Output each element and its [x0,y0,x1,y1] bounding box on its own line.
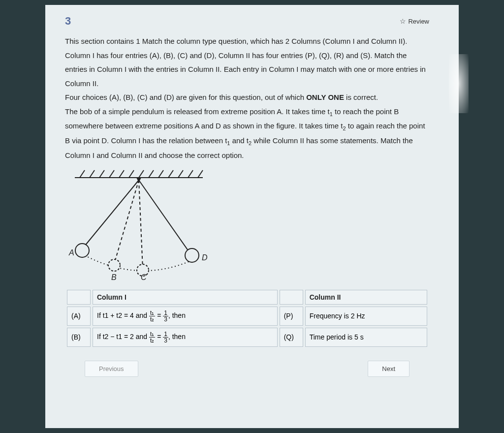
svg-line-10 [168,170,173,178]
text-fragment: If t [97,311,105,319]
table-header-row: Column I Column II [67,290,427,305]
text-fragment: and t [230,136,249,145]
text-fragment: = [155,311,163,319]
instructions-block: This section contains 1 Match the column… [65,34,429,163]
svg-line-5 [119,170,124,178]
previous-button[interactable]: Previous [85,361,138,377]
row-label-A: (A) [67,307,91,326]
svg-line-18 [139,180,143,269]
svg-text:A: A [68,248,74,257]
fraction: 13 [163,310,168,322]
svg-line-12 [188,170,193,178]
svg-line-2 [90,170,94,178]
text-fragment: = 2 and [122,333,149,340]
svg-text:B: B [111,273,117,281]
row-label-B: (B) [67,328,91,347]
svg-text:D: D [202,253,208,262]
match-table: Column I Column II (A) If t1 + t2 = 4 an… [65,288,429,349]
svg-point-22 [185,248,199,262]
svg-line-7 [139,170,144,178]
pendulum-diagram: A B C D [65,168,429,283]
svg-point-20 [108,259,120,271]
bold-text: ONLY ONE [306,93,344,101]
text-fragment: is correct. [344,93,378,101]
review-button[interactable]: ☆ Review [400,17,429,25]
text-fragment: = [155,333,163,340]
star-outline-icon: ☆ [400,17,406,25]
text-fragment: The bob of a simple pendulum is released… [65,107,330,116]
denominator: 3 [163,338,168,343]
cell-Q: Time period is 5 s [305,328,427,347]
denominator: t₂ [149,316,155,322]
text-fragment: + t [108,311,118,319]
denominator: 3 [163,316,168,322]
question-page: 3 ☆ Review This section contains 1 Match… [45,5,459,428]
fraction: t₁t₂ [149,331,155,343]
table-row: (B) If t2 − t1 = 2 and t₁t₂ = 13, then (… [67,328,427,347]
text-fragment: , then [168,333,186,340]
svg-line-11 [178,170,183,178]
question-number: 3 [65,15,71,28]
svg-line-3 [99,170,104,178]
denominator: t₂ [149,338,155,343]
subscript: 1 [118,333,122,340]
row-label-Q: (Q) [280,328,303,347]
fraction: 13 [163,331,168,343]
fraction: t₁t₂ [149,310,155,322]
text-fragment: − t [108,333,118,340]
svg-line-4 [109,170,114,178]
cell-A: If t1 + t2 = 4 and t₁t₂ = 13, then [93,307,278,326]
text-fragment: , then [168,311,186,319]
text-fragment: If t [97,333,105,340]
numerator: t₁ [149,331,155,338]
text-fragment: = 4 and [122,311,149,319]
svg-line-1 [80,170,85,178]
row-label-P: (P) [280,307,303,326]
cell-B: If t2 − t1 = 2 and t₁t₂ = 13, then [93,328,278,347]
svg-line-13 [198,170,203,178]
pendulum-svg: A B C D [65,168,213,281]
next-button[interactable]: Next [368,361,410,377]
table-row: (A) If t1 + t2 = 4 and t₁t₂ = 13, then (… [67,307,427,326]
numerator: t₁ [149,310,155,316]
instruction-para-3: The bob of a simple pendulum is released… [65,105,429,163]
instruction-para-1: This section contains 1 Match the column… [65,34,429,91]
svg-line-6 [129,170,134,178]
svg-line-16 [139,180,190,254]
svg-line-17 [114,180,139,264]
text-fragment: Four choices (A), (B), (C) and (D) are g… [65,93,306,101]
svg-point-19 [75,244,89,257]
nav-row: Previous Next [65,361,429,377]
review-label: Review [408,18,429,25]
subscript: 2 [118,311,122,319]
header-row: 3 ☆ Review [65,15,429,28]
column-1-header: Column I [93,290,278,305]
svg-text:C: C [141,273,147,281]
svg-line-15 [82,180,139,249]
cell-P: Frequency is 2 Hz [305,307,427,326]
column-2-header: Column II [305,290,427,305]
svg-line-8 [149,170,154,178]
screen-glare [449,54,469,113]
svg-line-9 [158,170,163,178]
numerator: 1 [163,331,168,338]
instruction-para-2: Four choices (A), (B), (C) and (D) are g… [65,91,429,105]
numerator: 1 [163,310,168,316]
